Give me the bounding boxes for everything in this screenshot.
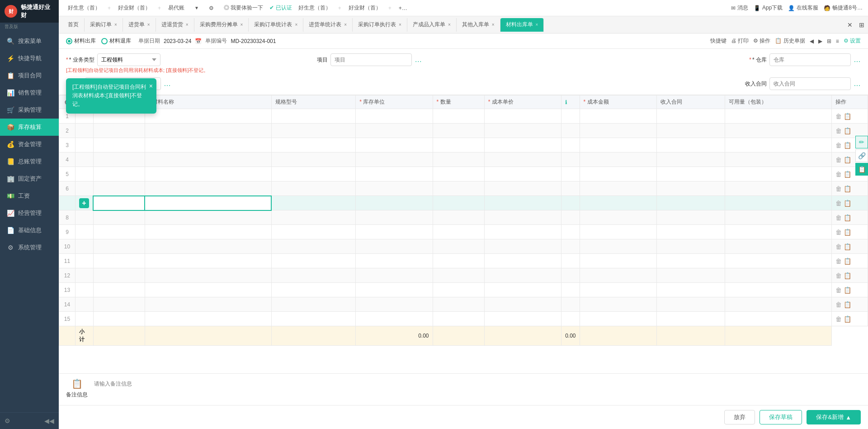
delete-row-icon[interactable]: 🗑 — [835, 286, 842, 294]
sidebar-item-purchase[interactable]: 🛒 采购管理 — [0, 101, 59, 119]
discard-button[interactable]: 放弃 — [724, 410, 755, 424]
save-draft-button[interactable]: 保存草稿 — [760, 410, 802, 424]
delete-row-icon[interactable]: 🗑 — [835, 142, 842, 149]
history-button[interactable]: 📋 历史单据 — [775, 37, 805, 45]
project-input[interactable] — [330, 53, 412, 66]
tab-inbound-stat[interactable]: 进货单统计表× — [303, 18, 353, 32]
sidebar-item-management[interactable]: 📈 经营管理 — [0, 205, 59, 222]
settings-button[interactable]: ⚙ 设置 — [844, 37, 861, 45]
tab-inbound-return[interactable]: 进退货货× — [156, 18, 194, 32]
float-edit-icon[interactable]: ✏ — [855, 136, 868, 148]
topbar-good-business2[interactable]: 好生意（首） — [295, 2, 335, 14]
th-cost-info-icon[interactable]: ℹ — [561, 95, 580, 109]
tab-purchase-exec[interactable]: 采购订单执行表× — [353, 18, 407, 32]
warehouse-input[interactable] — [769, 53, 851, 66]
tab-close-icon[interactable]: × — [448, 22, 451, 27]
tab-purchase-expense[interactable]: 采购费用分摊单× — [194, 18, 249, 32]
sidebar-item-assets[interactable]: 🏢 固定资产 — [0, 170, 59, 187]
sidebar-item-search[interactable]: 🔍 搜索菜单 — [0, 33, 59, 50]
topbar-settings-icon[interactable]: ⚙ — [205, 3, 217, 13]
radio-material-outbound[interactable]: 材料出库 — [66, 37, 96, 45]
tab-close-icon[interactable]: × — [399, 22, 401, 27]
sidebar-item-salary[interactable]: 💵 工资 — [0, 187, 59, 205]
online-service-button[interactable]: 👤 在线客服 — [788, 4, 818, 12]
copy-row-icon[interactable]: 📋 — [844, 200, 851, 207]
topbar-experience[interactable]: ◎ 我要体验一下 — [220, 2, 267, 14]
close-all-tabs-button[interactable]: ✕ — [847, 21, 853, 29]
calendar-icon[interactable]: 📅 — [195, 38, 202, 44]
delete-row-icon[interactable]: 🗑 — [835, 272, 842, 279]
tab-close-icon[interactable]: × — [295, 22, 297, 27]
tab-close-icon[interactable]: × — [114, 22, 117, 27]
copy-row-icon[interactable]: 📋 — [844, 185, 851, 192]
income-contract-input[interactable] — [769, 77, 851, 90]
business-type-select[interactable]: 工程领料 直接领料 — [97, 53, 160, 66]
float-link-icon[interactable]: 🔗 — [855, 149, 868, 162]
sidebar-item-inventory[interactable]: 📦 库存核算 — [0, 119, 59, 136]
delete-row-icon[interactable]: 🗑 — [835, 229, 842, 236]
project-ellipsis-icon[interactable]: … — [415, 56, 422, 63]
tab-other-inbound[interactable]: 其他入库单× — [457, 18, 500, 32]
next-button[interactable]: ▶ — [818, 38, 822, 44]
sidebar-item-finance[interactable]: 💰 资金管理 — [0, 136, 59, 153]
operations-button[interactable]: ⚙ 操作 — [753, 37, 770, 45]
copy-row-icon[interactable]: 📋 — [844, 301, 851, 308]
print-button[interactable]: 🖨 打印 — [731, 37, 749, 45]
copy-row-icon[interactable]: 📋 — [844, 127, 851, 134]
delete-row-icon[interactable]: 🗑 — [835, 257, 842, 265]
list-view-button[interactable]: ≡ — [836, 38, 839, 44]
radio-material-return[interactable]: 材料退库 — [101, 37, 131, 45]
tab-close-icon[interactable]: × — [186, 22, 189, 27]
copy-row-icon[interactable]: 📋 — [844, 243, 851, 250]
tab-close-icon[interactable]: × — [492, 22, 495, 27]
copy-row-icon[interactable]: 📋 — [844, 113, 851, 120]
topbar-good-finance[interactable]: 好业财（首） — [114, 2, 154, 14]
topbar-dropdown-arrow[interactable]: ▼ — [191, 4, 203, 12]
copy-row-icon[interactable]: 📋 — [844, 171, 851, 178]
delete-row-icon[interactable]: 🗑 — [835, 156, 842, 163]
sidebar-collapse-button[interactable]: ◀◀ — [44, 417, 54, 424]
tab-close-icon[interactable]: × — [147, 22, 150, 27]
copy-row-icon[interactable]: 📋 — [844, 286, 851, 294]
grid-view-button[interactable]: ⊞ — [827, 38, 831, 44]
topbar-more[interactable]: +… — [395, 3, 411, 13]
topbar-good-finance2[interactable]: 好业财（首） — [345, 2, 385, 14]
sidebar-item-system[interactable]: ⚙ 系统管理 — [0, 239, 59, 256]
copy-row-icon[interactable]: 📋 — [844, 315, 851, 323]
sidebar-item-quick[interactable]: ⚡ 快捷导航 — [0, 50, 59, 67]
sidebar-item-project[interactable]: 📋 项目合同 — [0, 67, 59, 84]
save-new-button[interactable]: 保存&新增 ▲ — [807, 410, 861, 424]
tab-home[interactable]: 首页 — [62, 18, 85, 32]
delete-row-icon[interactable]: 🗑 — [835, 315, 842, 323]
delete-row-icon[interactable]: 🗑 — [835, 200, 842, 207]
warehouse-ellipsis-icon[interactable]: … — [854, 56, 861, 63]
float-green-icon[interactable]: 📋 — [855, 163, 868, 176]
tab-purchase-order[interactable]: 采购订单× — [85, 18, 123, 32]
sidebar-settings-button[interactable]: ⚙ — [5, 417, 10, 424]
copy-row-icon[interactable]: 📋 — [844, 142, 851, 149]
delete-row-icon[interactable]: 🗑 — [835, 113, 842, 120]
sidebar-item-sales[interactable]: 📊 销售管理 — [0, 84, 59, 101]
copy-row-icon[interactable]: 📋 — [844, 272, 851, 279]
tabs-settings-button[interactable]: ⊞ — [859, 21, 864, 29]
info-icon[interactable]: ℹ — [565, 99, 567, 105]
tab-close-icon[interactable]: × — [344, 22, 347, 27]
tooltip-close-button[interactable]: × — [149, 81, 153, 91]
copy-row-icon[interactable]: 📋 — [844, 156, 851, 163]
sidebar-item-ledger[interactable]: 📒 总账管理 — [0, 153, 59, 170]
topbar-easy-account[interactable]: 易代账 — [165, 2, 188, 14]
topbar-good-business[interactable]: 好生意（首） — [64, 2, 104, 14]
user-menu-button[interactable]: 🧑 畅捷通8号… — [824, 4, 863, 12]
prev-button[interactable]: ◀ — [810, 38, 814, 44]
delete-row-icon[interactable]: 🗑 — [835, 301, 842, 308]
delete-row-icon[interactable]: 🗑 — [835, 171, 842, 178]
tab-close-active-icon[interactable]: × — [536, 22, 538, 27]
delete-row-icon[interactable]: 🗑 — [835, 127, 842, 134]
tab-material-outbound[interactable]: 材料出库单× — [500, 18, 544, 32]
notes-input[interactable] — [92, 378, 861, 396]
delete-row-icon[interactable]: 🗑 — [835, 243, 842, 250]
income-contract-ellipsis-icon[interactable]: … — [854, 80, 861, 87]
tab-close-icon[interactable]: × — [241, 22, 243, 27]
sidebar-item-basic[interactable]: 📄 基础信息 — [0, 222, 59, 239]
copy-row-icon[interactable]: 📋 — [844, 257, 851, 265]
